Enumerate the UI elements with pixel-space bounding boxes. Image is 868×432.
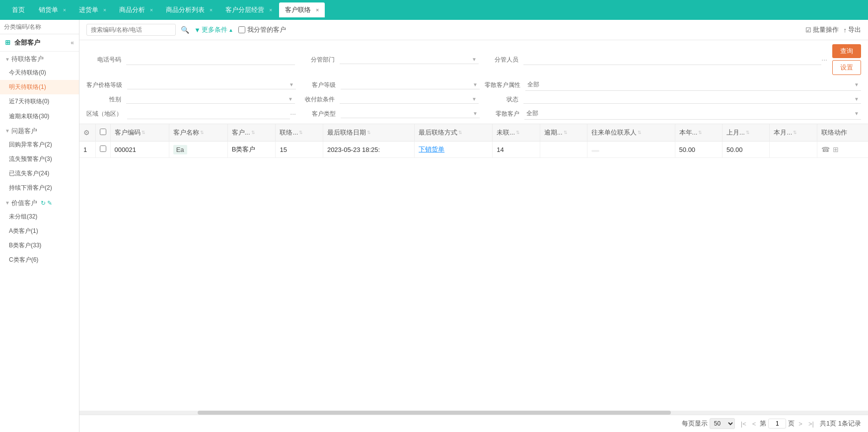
close-purchase-order-icon[interactable]: × [103,7,106,13]
search-input[interactable] [86,24,176,36]
sidebar-all-customers[interactable]: ⊞ 全部客户 « [0,34,79,52]
filter-row-1: 电话号码 分管部门 ▼ 分管人员 ··· 查询 设置 [86,44,861,75]
last-contact-method-link[interactable]: 下销货单 [419,145,444,153]
table-row: 1 000021 Ea B类客户 15 2023-05-23 18:25: 下销… [79,142,868,158]
no-contact-sort-icon[interactable]: ⇅ [516,130,520,135]
page-number-input[interactable] [768,419,786,429]
region-input[interactable] [127,109,290,119]
last-page-btn[interactable]: >| [806,419,816,429]
batch-op-btn[interactable]: ☑ 批量操作 [805,25,839,34]
sidebar-item-c-class[interactable]: C类客户(6) [0,253,79,267]
action-icons-group: ☎ ⊞ [821,145,864,153]
customer-grade-caret-icon: ▼ [473,82,478,87]
payment-label: 收付款条件 [300,95,335,104]
overdue-sort-icon[interactable]: ⇅ [564,130,568,135]
close-customer-tiering-icon[interactable]: × [269,7,272,13]
manager-input[interactable] [523,55,821,65]
search-button-icon[interactable]: 🔍 [181,26,189,34]
nav-product-analysis[interactable]: 商品分析 × [113,2,159,17]
value-refresh-icon[interactable]: ↻ [41,200,46,207]
code-sort-icon[interactable]: ⇅ [142,130,145,135]
th-last-month: 上月... ⇅ [723,124,770,142]
action-buttons: 查询 设置 [832,44,861,75]
close-product-analysis-icon[interactable]: × [150,7,153,13]
name-sort-icon[interactable]: ⇅ [200,130,204,135]
status-select[interactable]: ▼ [523,95,861,104]
sidebar-item-overdue-contact[interactable]: 逾期未联络(30) [0,109,79,124]
value-edit-icon[interactable]: ✎ [47,200,52,207]
td-action: ☎ ⊞ [817,142,868,158]
filter-row-3: 性别 ▼ 收付款条件 ▼ 状态 ▼ [86,95,861,104]
gender-select[interactable]: ▼ [126,95,295,104]
table-gear-icon[interactable]: ⚙ [83,129,90,137]
customer-type-caret-icon: ▼ [473,111,478,116]
type-sort-icon[interactable]: ⇅ [251,130,255,135]
last-month-sort-icon[interactable]: ⇅ [746,130,750,135]
phone-input[interactable] [126,55,295,65]
nav-customer-tiering[interactable]: 客户分层经营 × [219,2,278,17]
sidebar-item-churned[interactable]: 已流失客户(24) [0,166,79,181]
my-customers-checkbox[interactable] [238,26,245,33]
scrollbar-thumb[interactable] [198,411,671,415]
action-grid-icon[interactable]: ⊞ [833,145,839,153]
retail-attr-select[interactable]: 全部 ▼ [525,79,861,91]
horizontal-scrollbar[interactable] [79,411,868,415]
sidebar-item-declining[interactable]: 持续下滑客户(2) [0,181,79,195]
first-page-btn[interactable]: |< [739,419,748,429]
td-last-contact-method[interactable]: 下销货单 [415,142,493,158]
close-customer-contact-icon[interactable]: × [316,7,319,13]
query-button[interactable]: 查询 [832,44,861,58]
customer-type-select[interactable]: ▼ [341,109,480,118]
th-gear[interactable]: ⚙ [79,124,95,142]
th-contact-person: 往来单位联系人 ⇅ [587,124,675,142]
action-phone-icon[interactable]: ☎ [821,145,830,153]
contact-count-sort-icon[interactable]: ⇅ [299,130,303,135]
row-checkbox[interactable] [100,145,106,152]
this-year-sort-icon[interactable]: ⇅ [698,130,702,135]
retail-customer-select[interactable]: 全部 ▼ [524,108,861,120]
sidebar-item-ungrouped[interactable]: 未分组(32) [0,210,79,224]
sidebar-item-churn-warning[interactable]: 流失预警客户(3) [0,152,79,166]
page-size-select[interactable]: 50 100 200 [710,418,735,429]
customer-grade-label: 客户等级 [301,81,336,89]
price-grade-caret-icon: ▼ [289,82,294,87]
sidebar-collapse-icon[interactable]: « [71,39,74,46]
sidebar-item-repurchase-abnormal[interactable]: 回购异常客户(2) [0,138,79,152]
sidebar-item-today-contact[interactable]: 今天待联络(0) [0,66,79,80]
sidebar-item-7day-contact[interactable]: 近7天待联络(0) [0,94,79,109]
sidebar-search-input[interactable] [4,23,78,30]
region-dots-icon[interactable]: ··· [290,110,296,118]
gender-label: 性别 [86,95,121,104]
select-all-checkbox[interactable] [100,129,106,135]
dept-select[interactable]: ▼ [340,55,479,64]
payment-select[interactable]: ▼ [340,95,479,104]
status-label: 状态 [484,95,518,104]
sidebar-item-b-class[interactable]: B类客户(33) [0,238,79,253]
contact-person-sort-icon[interactable]: ⇅ [638,130,642,135]
search-bar-right: ☑ 批量操作 ↑ 导出 [805,25,862,34]
export-btn[interactable]: ↑ 导出 [844,25,862,34]
next-page-btn[interactable]: > [796,419,804,429]
sidebar-item-tomorrow-contact[interactable]: 明天待联络(1) [0,80,79,94]
my-customers-checkbox-label[interactable]: 我分管的客户 [238,25,286,34]
td-last-month: 50.00 [723,142,770,158]
nav-sales-order[interactable]: 销货单 × [33,2,72,17]
last-date-sort-icon[interactable]: ⇅ [367,130,371,135]
more-conditions-btn[interactable]: ▼ 更多条件 ▲ [194,25,233,34]
customer-grade-select[interactable]: ▼ [341,80,480,89]
nav-home[interactable]: 首页 [5,2,32,17]
close-product-analysis-list-icon[interactable]: × [210,7,213,13]
prev-page-btn[interactable]: < [750,419,758,429]
sidebar-item-a-class[interactable]: A类客户(1) [0,224,79,238]
setting-button[interactable]: 设置 [832,60,861,75]
nav-product-analysis-list[interactable]: 商品分析列表 × [160,2,218,17]
last-method-sort-icon[interactable]: ⇅ [458,130,462,135]
close-sales-order-icon[interactable]: × [63,7,66,13]
this-month-sort-icon[interactable]: ⇅ [793,130,797,135]
price-grade-select[interactable]: ▼ [127,80,296,89]
th-type: 客户... ⇅ [227,124,276,142]
nav-customer-contact[interactable]: 客户联络 × [279,2,325,17]
nav-purchase-order[interactable]: 进货单 × [73,2,112,17]
sidebar: 🔍 ⊞ 全部客户 « ▼ 待联络客户 今天待联络(0) 明天待联络(1) 近7天… [0,20,79,432]
manager-dots-icon[interactable]: ··· [821,56,827,64]
